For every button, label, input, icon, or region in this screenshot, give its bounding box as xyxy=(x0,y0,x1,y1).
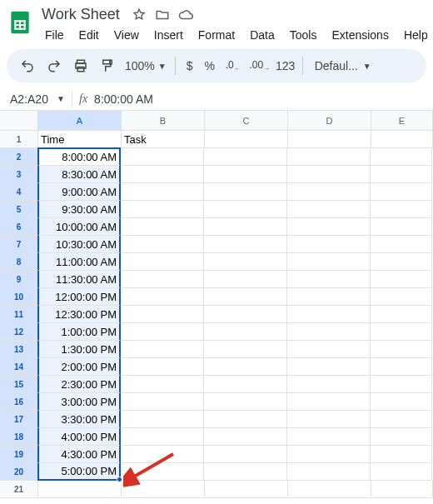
row-header[interactable]: 15 xyxy=(0,376,38,393)
star-icon[interactable] xyxy=(132,7,147,22)
cell-B20[interactable] xyxy=(121,463,204,481)
cell-E7[interactable] xyxy=(371,236,432,253)
decrease-decimal-button[interactable]: .0← xyxy=(221,53,246,78)
row-header[interactable]: 3 xyxy=(0,166,38,183)
row-header[interactable]: 18 xyxy=(0,428,38,446)
cell-B10[interactable] xyxy=(121,288,204,306)
font-select[interactable]: Defaul...▼ xyxy=(308,59,378,72)
cell-A15[interactable]: 2:30:00 PM xyxy=(37,376,121,393)
menu-format[interactable]: Format xyxy=(192,26,241,44)
paint-format-button[interactable] xyxy=(95,53,120,78)
cell-B13[interactable] xyxy=(121,341,204,358)
cell-C11[interactable] xyxy=(204,306,287,323)
cell-A1[interactable]: Time xyxy=(38,131,122,148)
cell-B3[interactable] xyxy=(121,166,204,183)
menu-help[interactable]: Help xyxy=(397,26,433,44)
cell-A2[interactable]: 8:00:00 AM xyxy=(37,147,121,166)
row-header[interactable]: 5 xyxy=(0,201,38,218)
cell-E8[interactable] xyxy=(371,253,432,271)
cell-C16[interactable] xyxy=(204,393,287,411)
row-header[interactable]: 16 xyxy=(0,393,38,411)
cell-C18[interactable] xyxy=(204,428,287,446)
cell-A14[interactable]: 2:00:00 PM xyxy=(37,358,121,376)
cell-D13[interactable] xyxy=(287,341,371,358)
cell-E9[interactable] xyxy=(371,271,432,288)
cell-A16[interactable]: 3:00:00 PM xyxy=(37,393,121,411)
cell-C2[interactable] xyxy=(204,148,287,166)
cell-D20[interactable] xyxy=(287,463,371,481)
cell-E15[interactable] xyxy=(371,376,432,393)
cell-C14[interactable] xyxy=(204,358,287,376)
menu-insert[interactable]: Insert xyxy=(147,26,190,44)
cell-C3[interactable] xyxy=(204,166,287,183)
cell-B12[interactable] xyxy=(121,323,204,341)
cell-E11[interactable] xyxy=(371,306,432,323)
cell-A18[interactable]: 4:00:00 PM xyxy=(37,428,121,446)
column-header-A[interactable]: A xyxy=(38,111,122,131)
row-header[interactable]: 17 xyxy=(0,411,38,428)
fill-handle[interactable] xyxy=(117,477,122,482)
row-header[interactable]: 13 xyxy=(0,341,38,358)
row-header[interactable]: 10 xyxy=(0,288,38,306)
cell-E4[interactable] xyxy=(371,183,432,201)
cell-C10[interactable] xyxy=(204,288,287,306)
menu-tools[interactable]: Tools xyxy=(283,26,324,44)
cell-C13[interactable] xyxy=(204,341,287,358)
row-header[interactable]: 2 xyxy=(0,148,38,166)
cell-D17[interactable] xyxy=(287,411,371,428)
row-header[interactable]: 14 xyxy=(0,358,38,376)
cell-E16[interactable] xyxy=(371,393,432,411)
row-header[interactable]: 19 xyxy=(0,446,38,463)
row-header[interactable]: 12 xyxy=(0,323,38,341)
row-header[interactable]: 11 xyxy=(0,306,38,323)
cell-E6[interactable] xyxy=(371,218,432,236)
cell-E2[interactable] xyxy=(371,148,432,166)
cloud-status-icon[interactable] xyxy=(178,7,193,22)
cell-C8[interactable] xyxy=(204,253,287,271)
cell-D1[interactable] xyxy=(288,131,371,148)
select-all-corner[interactable] xyxy=(0,111,38,131)
cell-A21[interactable] xyxy=(38,481,122,498)
row-header[interactable]: 1 xyxy=(0,131,38,148)
cell-E5[interactable] xyxy=(371,201,432,218)
cell-A6[interactable]: 10:00:00 AM xyxy=(37,218,121,236)
cell-E1[interactable] xyxy=(371,131,433,148)
cell-D19[interactable] xyxy=(287,446,371,463)
cell-D5[interactable] xyxy=(287,201,371,218)
percent-button[interactable]: % xyxy=(201,53,219,78)
cell-C4[interactable] xyxy=(204,183,287,201)
cell-C21[interactable] xyxy=(205,481,288,498)
cell-A7[interactable]: 10:30:00 AM xyxy=(37,236,121,253)
zoom-select[interactable]: 100%▼ xyxy=(122,59,170,72)
cell-C1[interactable] xyxy=(205,131,288,148)
cell-C6[interactable] xyxy=(204,218,287,236)
cell-E3[interactable] xyxy=(371,166,432,183)
row-header[interactable]: 20 xyxy=(0,463,38,481)
cell-A11[interactable]: 12:30:00 PM xyxy=(37,306,121,323)
name-box[interactable]: A2:A20▼ xyxy=(7,92,65,106)
undo-button[interactable] xyxy=(15,53,40,78)
cell-B18[interactable] xyxy=(121,428,204,446)
cell-D18[interactable] xyxy=(287,428,371,446)
cell-E18[interactable] xyxy=(371,428,432,446)
move-icon[interactable] xyxy=(155,7,170,22)
formula-input[interactable]: 8:00:00 AM xyxy=(94,92,153,106)
cell-C20[interactable] xyxy=(204,463,287,481)
cell-B8[interactable] xyxy=(121,253,204,271)
cell-D9[interactable] xyxy=(287,271,371,288)
cell-D15[interactable] xyxy=(287,376,371,393)
row-header[interactable]: 4 xyxy=(0,183,38,201)
cell-A10[interactable]: 12:00:00 PM xyxy=(37,288,121,306)
row-header[interactable]: 7 xyxy=(0,236,38,253)
cell-D6[interactable] xyxy=(287,218,371,236)
cell-A8[interactable]: 11:00:00 AM xyxy=(37,253,121,271)
cell-E20[interactable] xyxy=(371,463,432,481)
cell-A17[interactable]: 3:30:00 PM xyxy=(37,411,121,428)
cell-B4[interactable] xyxy=(121,183,204,201)
column-header-B[interactable]: B xyxy=(122,111,205,131)
cell-A20[interactable]: 5:00:00 PM xyxy=(37,463,121,481)
cell-C7[interactable] xyxy=(204,236,287,253)
column-header-E[interactable]: E xyxy=(371,111,433,131)
cell-B7[interactable] xyxy=(121,236,204,253)
cell-B14[interactable] xyxy=(121,358,204,376)
